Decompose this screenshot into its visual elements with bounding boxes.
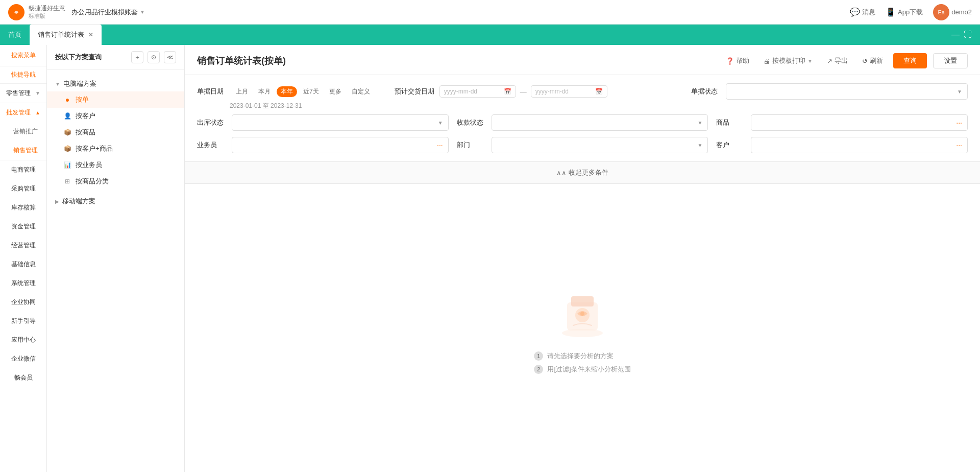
sidebar-section-retail: 零售管理 ▼ xyxy=(0,84,46,103)
sidebar-item-purchase[interactable]: 采购管理 xyxy=(0,179,46,198)
print-arrow-icon: ▼ xyxy=(807,58,813,64)
sidebar-item-finance[interactable]: 资金管理 xyxy=(0,217,46,236)
filter-panel-header: 按以下方案查询 ＋ ⊙ ≪ xyxy=(47,45,184,70)
sidebar-section-wholesale: 批发管理 ▲ 营销推广 销售管理 xyxy=(0,103,46,160)
date-btn-this-month[interactable]: 本月 xyxy=(254,86,275,97)
refresh-icon: ↺ xyxy=(862,57,868,65)
tree-item-by-goods-category[interactable]: ⊞ 按商品分类 xyxy=(47,173,184,190)
tree-item-by-customer-goods[interactable]: 📦 按客户+商品 xyxy=(47,140,184,157)
sidebar-item-basic[interactable]: 基础信息 xyxy=(0,255,46,274)
app-selector[interactable]: 办公用品行业模拟账套 ▼ xyxy=(71,8,145,17)
sidebar-item-operations[interactable]: 经营管理 xyxy=(0,236,46,255)
delivery-date-from[interactable]: yyyy-mm-dd 📅 xyxy=(439,85,516,98)
message-nav[interactable]: 💬 消息 xyxy=(850,7,875,17)
filter-row-2: 出库状态 ▼ 收款状态 ▼ 商品 xyxy=(197,114,968,131)
goods-select[interactable]: ··· xyxy=(751,114,968,131)
filter-panel-title: 按以下方案查询 xyxy=(55,53,102,62)
out-status-select[interactable]: ▼ xyxy=(232,114,449,131)
export-btn[interactable]: ↗ 导出 xyxy=(823,54,852,67)
query-button[interactable]: 查询 xyxy=(893,53,927,68)
filter-row-3: 业务员 ··· 部门 ▼ 客户 xyxy=(197,137,968,153)
empty-illustration xyxy=(552,282,613,343)
sidebar-item-sales[interactable]: 销售管理 xyxy=(0,141,46,160)
filter-paystatus-field: 收款状态 ▼ xyxy=(457,114,708,131)
top-bar-right: 💬 消息 📱 App下载 Ea demo2 xyxy=(850,4,972,20)
date-label: 单据日期 xyxy=(197,87,228,96)
user-nav[interactable]: Ea demo2 xyxy=(933,4,972,20)
sidebar-item-retail[interactable]: 零售管理 ▼ xyxy=(0,84,46,103)
sidebar-item-system[interactable]: 系统管理 xyxy=(0,274,46,293)
calendar-to-icon: 📅 xyxy=(595,88,603,95)
tree-item-by-order[interactable]: ● 按单 xyxy=(47,91,184,108)
settings-button[interactable]: 设置 xyxy=(933,53,968,68)
edit-scheme-btn[interactable]: ⊙ xyxy=(148,51,160,63)
download-nav[interactable]: 📱 App下载 xyxy=(886,7,923,17)
collapse-panel-btn[interactable]: ≪ xyxy=(164,51,176,63)
print-btn[interactable]: 🖨 按模板打印 ▼ xyxy=(760,54,817,67)
salesman-select[interactable]: ··· xyxy=(232,137,449,153)
empty-state: 1 请先选择要分析的方案 2 用[过滤]条件来缩小分析范围 xyxy=(185,184,980,472)
sidebar-item-ecommerce[interactable]: 电商管理 xyxy=(0,160,46,179)
sidebar-search[interactable]: 搜索菜单 xyxy=(0,45,46,66)
download-icon: 📱 xyxy=(886,7,896,17)
delivery-date-to[interactable]: yyyy-mm-dd 📅 xyxy=(531,85,607,98)
filter-outstatus-field: 出库状态 ▼ xyxy=(197,114,449,131)
outstatus-label: 出库状态 xyxy=(197,118,228,127)
date-btn-more[interactable]: 更多 xyxy=(325,86,346,97)
dept-select[interactable]: ▼ xyxy=(492,137,708,153)
tree-group-mobile-label[interactable]: ▶ 移动端方案 xyxy=(47,194,184,209)
tree-item-by-salesman[interactable]: 📊 按业务员 xyxy=(47,157,184,173)
sidebar-item-marketing[interactable]: 营销推广 xyxy=(0,122,46,141)
pc-group-chevron-icon: ▼ xyxy=(55,81,60,87)
avatar: Ea xyxy=(933,4,949,20)
date-btn-custom[interactable]: 自定义 xyxy=(348,86,374,97)
svg-rect-3 xyxy=(571,296,594,306)
collapse-bar[interactable]: ∧∧ 收起更多条件 xyxy=(185,162,980,184)
delivery-date-label: 预计交货日期 xyxy=(395,87,435,96)
wholesale-arrow-icon: ▲ xyxy=(35,110,40,115)
sidebar-item-inventory[interactable]: 库存核算 xyxy=(0,198,46,217)
help-btn[interactable]: ❓ 帮助 xyxy=(722,54,753,67)
status-chevron-icon: ▼ xyxy=(957,89,962,95)
date-btn-last-month[interactable]: 上月 xyxy=(232,86,252,97)
sidebar-item-wholesale[interactable]: 批发管理 ▲ xyxy=(0,103,46,122)
tree-item-by-customer[interactable]: 👤 按客户 xyxy=(47,108,184,124)
date-quick-btns: 上月 本月 本年 近7天 更多 自定义 xyxy=(232,86,374,97)
sidebar-item-newbie[interactable]: 新手引导 xyxy=(0,312,46,331)
sidebar-item-appcenter[interactable]: 应用中心 xyxy=(0,331,46,349)
filter-customer-field: 客户 ··· xyxy=(716,137,968,153)
refresh-btn[interactable]: ↺ 刷新 xyxy=(858,54,887,67)
add-scheme-btn[interactable]: ＋ xyxy=(131,51,143,63)
empty-tips: 1 请先选择要分析的方案 2 用[过滤]条件来缩小分析范围 xyxy=(534,351,630,374)
tab-home[interactable]: 首页 xyxy=(0,25,30,45)
date-btn-this-year[interactable]: 本年 xyxy=(277,86,297,97)
tree-item-by-goods[interactable]: 📦 按商品 xyxy=(47,124,184,140)
sidebar-item-wechat[interactable]: 企业微信 xyxy=(0,349,46,368)
svg-point-5 xyxy=(580,312,584,316)
tab-sales-stats[interactable]: 销售订单统计表 ✕ xyxy=(30,25,102,45)
filter-form: 单据日期 上月 本月 本年 近7天 更多 自定义 预计交货日期 yyyy-mm-… xyxy=(185,75,980,162)
customer-select[interactable]: ··· xyxy=(751,137,968,153)
collapse-icon: ∧∧ xyxy=(556,169,567,177)
sidebar-item-member[interactable]: 畅会员 xyxy=(0,368,46,387)
date-btn-7days[interactable]: 近7天 xyxy=(299,86,323,97)
minimize-icon[interactable]: — xyxy=(951,30,960,39)
page-actions: ❓ 帮助 🖨 按模板打印 ▼ ↗ 导出 ↺ 刷新 查询 设置 xyxy=(722,53,968,68)
salesman-dots-icon: ··· xyxy=(437,141,443,149)
category-icon: ⊞ xyxy=(63,177,71,185)
tip-num-2: 2 xyxy=(534,365,543,374)
maximize-icon[interactable]: ⛶ xyxy=(964,30,972,39)
dept-label: 部门 xyxy=(457,140,487,150)
sidebar-item-enterprise[interactable]: 企业协同 xyxy=(0,293,46,312)
tab-close-icon[interactable]: ✕ xyxy=(88,31,93,38)
filter-row-1: 单据日期 上月 本月 本年 近7天 更多 自定义 预计交货日期 yyyy-mm-… xyxy=(197,83,968,100)
sidebar-quick-nav[interactable]: 快捷导航 xyxy=(0,66,46,84)
filter-dept-field: 部门 ▼ xyxy=(457,137,708,153)
tab-bar-actions: — ⛶ xyxy=(951,30,980,39)
customer-icon: 👤 xyxy=(63,112,71,120)
filter-delivery-date-field: 预计交货日期 yyyy-mm-dd 📅 — yyyy-mm-dd 📅 xyxy=(395,85,671,98)
tree-group-pc-label[interactable]: ▼ 电脑端方案 xyxy=(47,76,184,91)
logo-text: 畅捷通好生意 标准版 xyxy=(29,5,65,20)
pay-status-select[interactable]: ▼ xyxy=(492,114,708,131)
status-select[interactable]: ▼ xyxy=(726,83,968,100)
